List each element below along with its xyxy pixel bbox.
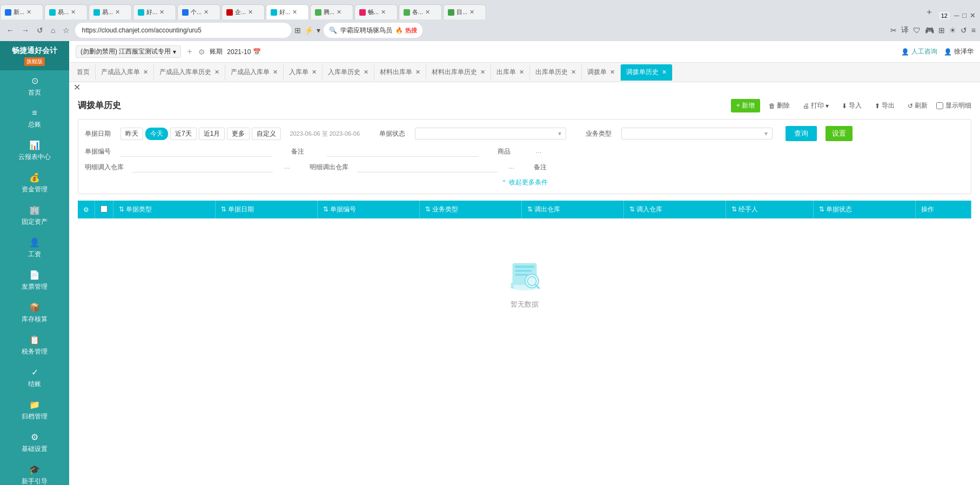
docno-input[interactable] (120, 147, 272, 157)
sidebar-item-inventory[interactable]: 📦库存核算 (0, 297, 69, 329)
th-checkbox[interactable] (95, 201, 113, 218)
history-back-icon[interactable]: ↺ (961, 26, 967, 35)
refresh-button[interactable]: ↺ 刷新 (903, 99, 932, 112)
page-tab-3[interactable]: 产成品入库单✕ (225, 64, 284, 81)
page-tab-11[interactable]: 调拨单历史✕ (621, 64, 673, 81)
address-input[interactable] (75, 23, 291, 38)
page-tab-close-10[interactable]: ✕ (610, 69, 615, 76)
page-tab-close-3[interactable]: ✕ (273, 69, 278, 76)
new-button[interactable]: + 新增 (731, 99, 760, 112)
page-tab-8[interactable]: 出库单✕ (491, 64, 530, 81)
back-button[interactable]: ← (4, 25, 16, 36)
page-tab-close-6[interactable]: ✕ (415, 69, 420, 76)
th-out-wh[interactable]: ⇅ 调出仓库 (522, 201, 624, 218)
page-tab-0[interactable]: 首页 (71, 64, 96, 81)
print-button[interactable]: 🖨 打印 ▾ (798, 99, 833, 112)
sidebar-item-guide[interactable]: 🎓新手引导 (0, 459, 69, 485)
period-selector[interactable]: 2021-10 📅 (227, 48, 261, 56)
tab-close-icon[interactable]: ✕ (115, 9, 120, 16)
page-tab-close-5[interactable]: ✕ (364, 69, 368, 76)
out-wh-ellipsis[interactable]: ··· (508, 163, 515, 172)
sidebar-item-home[interactable]: ⊙首页 (0, 70, 69, 103)
browser-tab-5[interactable]: 个...✕ (177, 4, 220, 19)
sidebar-item-settings[interactable]: ⚙基础设置 (0, 427, 69, 459)
display-cols-input[interactable] (936, 102, 943, 109)
page-tab-close-8[interactable]: ✕ (519, 69, 524, 76)
close-window-button[interactable]: ✕ (970, 11, 976, 19)
close-all-tabs-button[interactable]: ✕ (69, 82, 980, 92)
maximize-button[interactable]: □ (962, 11, 966, 19)
page-tab-1[interactable]: 产成品入库单✕ (96, 64, 154, 81)
theme-icon[interactable]: ☀ (949, 26, 956, 35)
company-selector[interactable]: (勿删勿禁用) 江西服宝测试专用 ▾ (76, 45, 181, 58)
in-wh-ellipsis[interactable]: ··· (284, 163, 290, 172)
date-btn-custom[interactable]: 自定义 (252, 128, 281, 140)
search-bar[interactable]: 🔍 学霸应聘场驱鸟员 🔥 热搜 (324, 23, 422, 38)
settings-icon[interactable]: ⚙ (198, 48, 205, 56)
browser-tab-1[interactable]: 新...✕ (0, 4, 43, 19)
date-btn-1month[interactable]: 近1月 (199, 128, 225, 140)
reload-button[interactable]: ↺ (35, 25, 45, 36)
remark-input[interactable] (327, 147, 478, 157)
game-icon[interactable]: 🎮 (925, 26, 934, 35)
tab-close-icon[interactable]: ✕ (204, 9, 209, 16)
sidebar-item-tax[interactable]: 📋税务管理 (0, 329, 69, 362)
status-select[interactable]: ▾ (415, 128, 566, 139)
tab-count-badge[interactable]: 12 (939, 12, 950, 19)
browser-tab-2[interactable]: 易...✕ (44, 4, 88, 19)
page-tab-close-9[interactable]: ✕ (571, 69, 576, 76)
sidebar-item-reports[interactable]: 📊云报表中心 (0, 135, 69, 167)
browser-tab-10[interactable]: 各...✕ (399, 4, 442, 19)
grid-icon[interactable]: ⊞ (938, 26, 945, 35)
in-wh-input[interactable] (132, 162, 273, 172)
page-tab-close-11[interactable]: ✕ (662, 69, 667, 76)
sidebar-item-archive[interactable]: 📁归档管理 (0, 394, 69, 427)
translate-icon[interactable]: 译 (901, 25, 909, 35)
th-gear[interactable]: ⚙ (78, 201, 95, 218)
settings-query-button[interactable]: 设置 (825, 126, 853, 141)
service-button[interactable]: 👤 人工咨询 (901, 47, 937, 56)
tab-close-icon[interactable]: ✕ (469, 9, 474, 16)
browser-tab-7[interactable]: 好...✕ (266, 4, 309, 19)
display-cols-checkbox[interactable]: 显示明细 (936, 101, 971, 110)
page-tab-10[interactable]: 调拨单✕ (582, 64, 621, 81)
shield-icon[interactable]: 🛡 (913, 26, 921, 35)
date-btn-more[interactable]: 更多 (227, 128, 250, 140)
biz-type-select[interactable]: ▾ (621, 128, 773, 139)
browser-tab-3[interactable]: 易...✕ (89, 4, 132, 19)
page-tab-7[interactable]: 材料出库单历史✕ (426, 64, 491, 81)
import-button[interactable]: ⬇ 导入 (837, 99, 866, 112)
add-company-button[interactable]: ＋ (185, 46, 194, 57)
tab-close-icon[interactable]: ✕ (425, 9, 430, 16)
browser-tab-9[interactable]: 畅...✕ (354, 4, 398, 19)
page-tab-2[interactable]: 产成品入库单历史✕ (154, 64, 225, 81)
tab-close-icon[interactable]: ✕ (71, 9, 76, 16)
bookmark-button[interactable]: ☆ (61, 25, 72, 36)
th-date[interactable]: ⇅ 单据日期 (216, 201, 318, 218)
tab-close-icon[interactable]: ✕ (248, 9, 253, 16)
scissors-icon[interactable]: ✂ (890, 26, 897, 35)
page-tab-close-4[interactable]: ✕ (312, 69, 317, 76)
date-btn-today[interactable]: 今天 (145, 128, 168, 140)
date-btn-yesterday[interactable]: 昨天 (120, 128, 143, 140)
browser-tab-6[interactable]: 企...✕ (221, 4, 265, 19)
tab-close-icon[interactable]: ✕ (159, 9, 164, 16)
page-tab-4[interactable]: 入库单✕ (284, 64, 323, 81)
browser-tab-8[interactable]: 腾...✕ (310, 4, 353, 19)
sidebar-item-assets[interactable]: 🏢固定资产 (0, 200, 69, 232)
page-tab-6[interactable]: 材料出库单✕ (374, 64, 426, 81)
th-no[interactable]: ⇅ 单据编号 (318, 201, 420, 218)
out-wh-input[interactable] (357, 162, 498, 172)
dropdown-icon[interactable]: ▾ (317, 26, 320, 35)
goods-ellipsis[interactable]: ··· (535, 148, 542, 156)
sidebar-item-funds[interactable]: 💰资金管理 (0, 167, 69, 200)
minimize-button[interactable]: ─ (954, 11, 959, 19)
th-type[interactable]: ⇅ 单据类型 (113, 201, 216, 218)
export-button[interactable]: ⬆ 导出 (870, 99, 899, 112)
home-button[interactable]: ⌂ (49, 25, 57, 36)
th-handler[interactable]: ⇅ 经手人 (726, 201, 813, 218)
date-btn-7days[interactable]: 近7天 (170, 128, 197, 140)
browser-tab-4[interactable]: 好...✕ (133, 4, 176, 19)
forward-button[interactable]: → (19, 25, 31, 36)
new-tab-button[interactable]: ＋ (922, 4, 937, 19)
